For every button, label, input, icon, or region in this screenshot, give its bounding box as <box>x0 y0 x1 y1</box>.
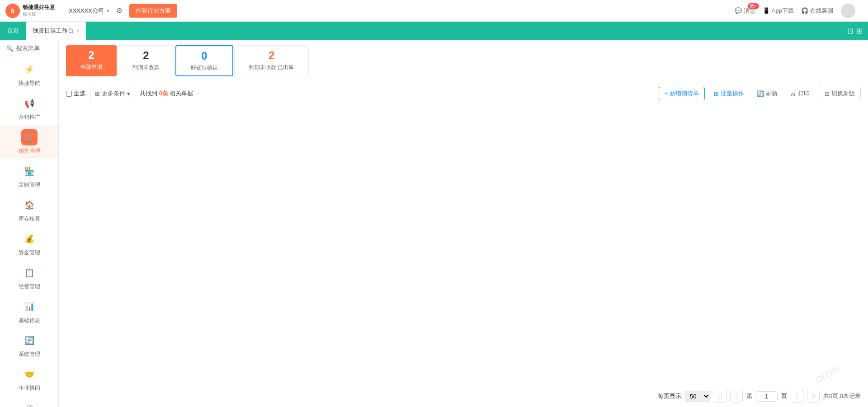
quick-nav-icon: ⚡ <box>21 61 38 78</box>
inventory-label: 库存核算 <box>19 215 40 223</box>
stat-card-unshipped[interactable]: 2 到期未收款 已出库 <box>234 45 309 76</box>
stat-overdue-number: 2 <box>143 49 149 62</box>
total-text: 共0页,0条记录 <box>823 392 861 400</box>
stat-unshipped-label: 到期未收款 已出库 <box>249 64 294 71</box>
operation-icon: 📋 <box>21 265 38 281</box>
settings-button[interactable]: ⚙ <box>113 5 126 17</box>
pagination-bar: 每页显示 50 20 100 ⟨⟨ ⟨ 第 1 页 ⟩ ⟩⟩ 共0页,0条记录 <box>59 385 868 407</box>
cooperation-label: 企业协同 <box>19 384 40 392</box>
table-area <box>59 105 868 385</box>
add-sales-button[interactable]: + 新增销货单 <box>659 87 705 100</box>
operation-label: 经营管理 <box>19 283 40 290</box>
tab-active[interactable]: 钱货日清工作台 × <box>26 22 86 40</box>
sidebar-item-finance[interactable]: 💰 资金管理 <box>0 226 58 260</box>
batch-icon: ⊞ <box>714 90 719 97</box>
trial-button[interactable]: 体验行业方案 <box>129 4 177 18</box>
tab-home[interactable]: 首页 <box>0 22 26 40</box>
message-badge: 99+ <box>748 3 759 9</box>
filter-button[interactable]: ⊞ 更多条件 ▾ <box>90 87 135 100</box>
message-button[interactable]: 💬 消息 99+ <box>735 7 755 15</box>
switch-version-button[interactable]: ⊟ 切换新版 <box>819 87 861 100</box>
select-all-checkbox[interactable]: 全选 <box>66 89 85 98</box>
logo-area: 6 畅捷通好生意 标准版 <box>5 4 64 18</box>
refresh-button[interactable]: 🔄 刷新 <box>753 88 781 99</box>
found-text: 共找到 0条 相关单据 <box>140 89 193 98</box>
avatar[interactable] <box>841 4 855 18</box>
stat-unshipped-number: 2 <box>269 49 274 62</box>
inventory-icon: 🏠 <box>21 197 38 213</box>
stat-all-number: 2 <box>88 49 94 61</box>
checkbox-input[interactable] <box>66 91 72 97</box>
stat-card-pending[interactable]: 0 旺铺待确认 <box>175 45 233 76</box>
sales-icon: 🛒 <box>21 129 38 145</box>
per-page-select[interactable]: 50 20 100 <box>685 391 710 402</box>
app-label: App下载 <box>772 7 794 15</box>
cooperation-icon: 🤝 <box>21 366 38 383</box>
company-selector[interactable]: XXXXXX公司 ▾ <box>69 7 109 15</box>
prev-page-button[interactable]: ⟨ <box>730 390 743 402</box>
found-count: 0条 <box>159 90 168 97</box>
found-prefix: 共找到 <box>140 90 157 97</box>
sidebar-item-operation[interactable]: 📋 经营管理 <box>0 260 58 294</box>
basic-info-label: 基础信息 <box>19 317 40 324</box>
system-label: 系统管理 <box>19 351 40 358</box>
search-menu-label: 搜索菜单 <box>16 44 40 52</box>
print-icon: 🖨 <box>790 90 796 97</box>
first-page-button[interactable]: ⟨⟨ <box>714 390 726 402</box>
sales-label: 销售管理 <box>19 147 40 155</box>
stat-card-overdue[interactable]: 2 到期未收款 <box>118 45 175 76</box>
sidebar-item-basic-info[interactable]: 📊 基础信息 <box>0 294 58 328</box>
sidebar: 🔍 搜索菜单 ⚡ 快捷导航 📢 营销推广 🛒 销售管理 🏪 采购管理 🏠 库存核… <box>0 40 59 407</box>
maximize-icon[interactable]: ⊞ <box>857 27 863 35</box>
main-layout: 🔍 搜索菜单 ⚡ 快捷导航 📢 营销推广 🛒 销售管理 🏪 采购管理 🏠 库存核… <box>0 40 868 407</box>
switch-icon: ⊟ <box>825 90 830 97</box>
stat-all-label: 全部单据 <box>80 63 102 71</box>
sidebar-item-purchase[interactable]: 🏪 采购管理 <box>0 159 58 192</box>
print-button[interactable]: 🖨 打印 <box>787 88 813 99</box>
app-title: 畅捷通好生意 <box>23 4 55 11</box>
app-subtitle: 标准版 <box>23 11 55 18</box>
search-menu-item[interactable]: 🔍 搜索菜单 <box>0 40 58 57</box>
stat-pending-number: 0 <box>201 50 207 62</box>
refresh-label: 刷新 <box>766 89 778 98</box>
page-input[interactable]: 1 <box>756 391 778 402</box>
header-right: 💬 消息 99+ 📱 App下载 🎧 在线客服 <box>735 4 863 18</box>
last-page-button[interactable]: ⟩⟩ <box>807 390 820 402</box>
sidebar-item-cooperation[interactable]: 🤝 企业协同 <box>0 362 58 396</box>
minimize-icon[interactable]: ⊡ <box>847 27 853 35</box>
sidebar-item-sales[interactable]: 🛒 销售管理 <box>0 125 58 159</box>
app-download-button[interactable]: 📱 App下载 <box>763 7 794 15</box>
marketing-label: 营销推广 <box>19 113 40 121</box>
company-name: XXXXXX公司 <box>69 7 104 15</box>
purchase-label: 采购管理 <box>19 181 40 189</box>
sidebar-item-quick-nav[interactable]: ⚡ 快捷导航 <box>0 57 58 91</box>
toolbar: 全选 ⊞ 更多条件 ▾ 共找到 0条 相关单据 + 新增销货单 ⊞ 批量操作 🔄 <box>59 82 868 105</box>
quick-nav-label: 快捷导航 <box>19 80 40 87</box>
stat-card-all[interactable]: 2 全部单据 <box>66 45 117 76</box>
select-all-label: 全选 <box>74 89 85 98</box>
online-service-button[interactable]: 🎧 在线客服 <box>801 7 834 15</box>
content-area: 2 全部单据 2 到期未收款 0 旺铺待确认 2 到期未收款 已出库 全选 <box>59 40 868 407</box>
sidebar-item-guide[interactable]: 🖥 新手引导 <box>0 396 58 407</box>
app-icon: 📱 <box>763 7 770 14</box>
filter-chevron-icon: ▾ <box>127 90 130 97</box>
per-page-label: 每页显示 <box>658 392 681 400</box>
next-page-button[interactable]: ⟩ <box>791 390 803 402</box>
tab-bar: 首页 钱货日清工作台 × ⊡ ⊞ <box>0 22 868 40</box>
search-icon: 🔍 <box>6 45 14 52</box>
sidebar-item-inventory[interactable]: 🏠 库存核算 <box>0 192 58 226</box>
batch-button[interactable]: ⊞ 批量操作 <box>710 88 748 99</box>
batch-label: 批量操作 <box>721 89 744 98</box>
chevron-down-icon: ▾ <box>107 8 109 14</box>
stat-pending-label: 旺铺待确认 <box>191 64 218 72</box>
basic-info-icon: 📊 <box>21 299 38 315</box>
marketing-icon: 📢 <box>21 95 38 112</box>
top-header: 6 畅捷通好生意 标准版 XXXXXX公司 ▾ ⚙ 体验行业方案 💬 消息 99… <box>0 0 868 22</box>
found-suffix: 相关单据 <box>170 90 193 97</box>
sidebar-item-system[interactable]: 🔄 系统管理 <box>0 328 58 362</box>
tab-close-icon[interactable]: × <box>76 28 80 34</box>
empty-state <box>59 105 868 385</box>
filter-label: 更多条件 <box>102 89 125 98</box>
message-icon: 💬 <box>735 7 742 14</box>
sidebar-item-marketing[interactable]: 📢 营销推广 <box>0 91 58 125</box>
